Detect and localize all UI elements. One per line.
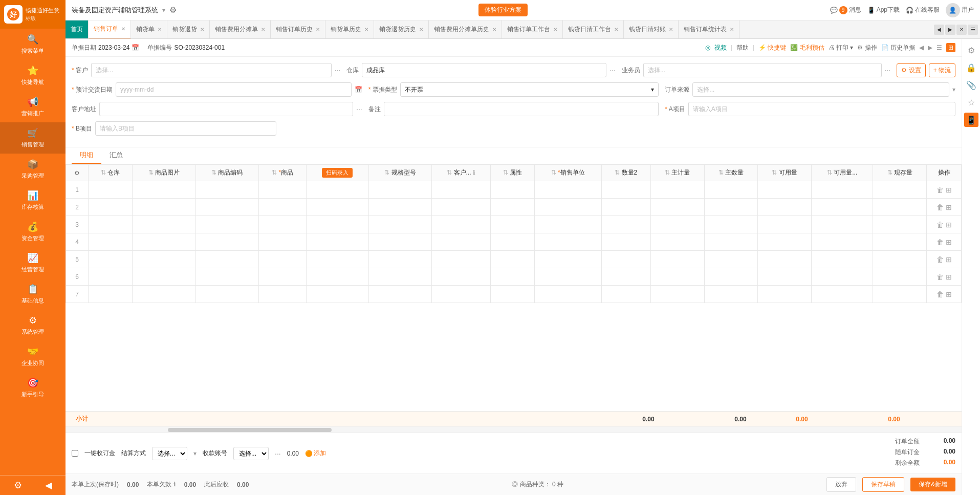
tab-refund-history[interactable]: 销货退货历史 ✕ <box>374 20 429 39</box>
account-dots[interactable]: ··· <box>275 449 281 458</box>
row-customer-code-3[interactable] <box>432 216 491 233</box>
warehouse-dots[interactable]: ··· <box>609 66 616 74</box>
save-draft-btn[interactable]: 保存草稿 <box>862 477 904 492</box>
row-unit-3[interactable] <box>534 216 601 233</box>
sidebar-logo[interactable]: 好 畅捷通好生意 标版 <box>0 0 66 29</box>
row-product-6[interactable] <box>259 268 307 286</box>
row-code-5[interactable] <box>195 251 259 268</box>
a-project-input[interactable] <box>688 102 955 116</box>
tab-sales-stats[interactable]: 销售订单统计表 ✕ <box>679 20 739 39</box>
row-copy-6[interactable]: ⊞ <box>946 273 952 281</box>
b-project-input[interactable] <box>95 121 276 136</box>
settings-icon[interactable]: ⚙ <box>74 169 80 177</box>
settings-icon[interactable]: ⚙ <box>169 5 177 15</box>
row-copy-7[interactable]: ⊞ <box>946 290 952 298</box>
address-input[interactable] <box>99 102 353 116</box>
row-product-1[interactable] <box>259 181 307 199</box>
row-qty2-5[interactable] <box>601 251 650 268</box>
calendar-icon[interactable]: 📅 <box>132 44 139 51</box>
profit-label[interactable]: 💹 毛利预估 <box>790 44 824 52</box>
right-lock-icon[interactable]: 🔒 <box>964 60 978 75</box>
row-product-5[interactable] <box>259 251 307 268</box>
grid-view-icon[interactable]: ⊞ <box>946 43 955 52</box>
right-qr-icon[interactable]: 📱 <box>964 113 978 127</box>
row-copy-1[interactable]: ⊞ <box>946 186 952 194</box>
tab-cash-reconcile[interactable]: 钱货日清对账 ✕ <box>624 20 679 39</box>
tab-next-btn[interactable]: ▶ <box>945 25 955 35</box>
row-delete-1[interactable]: 🗑 <box>937 186 944 194</box>
remark-input[interactable] <box>384 102 659 116</box>
row-copy-5[interactable]: ⊞ <box>946 255 952 264</box>
row-customer-code-5[interactable] <box>432 251 491 268</box>
row-qty2-2[interactable] <box>601 199 650 216</box>
tab-close-sales-fee[interactable]: ✕ <box>261 27 265 32</box>
delivery-calendar-icon[interactable]: 📅 <box>355 86 362 93</box>
user-item[interactable]: 👤 用户 <box>946 3 974 17</box>
row-main-qty-2[interactable] <box>704 199 758 216</box>
row-delete-3[interactable]: 🗑 <box>937 221 944 229</box>
scan-btn[interactable]: 扫码录入 <box>322 168 353 178</box>
sidebar-item-guide[interactable]: 🎯 新手引导 <box>0 372 66 403</box>
sidebar-item-enterprise[interactable]: 🤝 企业协同 <box>0 341 66 372</box>
help-label[interactable]: 帮助 <box>736 44 749 52</box>
row-copy-2[interactable]: ⊞ <box>946 203 952 211</box>
view-icon[interactable]: ◎ <box>705 44 710 51</box>
app-download-item[interactable]: 📱 App下载 <box>867 6 900 14</box>
tab-close-cash-reconcile[interactable]: ✕ <box>669 27 673 32</box>
tab-close-workbench[interactable]: ✕ <box>553 27 557 32</box>
delivery-input[interactable] <box>116 82 352 97</box>
row-delete-2[interactable]: 🗑 <box>937 203 944 211</box>
row-spec-3[interactable] <box>368 216 432 233</box>
th-settings[interactable]: ⚙ <box>66 165 89 181</box>
row-qty2-7[interactable] <box>601 286 650 303</box>
sidebar-item-basic[interactable]: 📋 基础信息 <box>0 278 66 310</box>
row-main-qty-6[interactable] <box>704 268 758 286</box>
add-goods-btn[interactable]: + 物流 <box>929 63 955 77</box>
address-dots[interactable]: ··· <box>356 105 362 113</box>
tab-close-all-btn[interactable]: ✕ <box>956 25 967 35</box>
tab-close-return-history[interactable]: ✕ <box>364 27 368 32</box>
customer-dots[interactable]: ··· <box>335 66 341 74</box>
list-view-icon[interactable]: ☰ <box>937 44 942 51</box>
row-unit-1[interactable] <box>534 181 601 199</box>
row-qty2-6[interactable] <box>601 268 650 286</box>
row-warehouse-4[interactable] <box>89 233 133 251</box>
save-new-btn[interactable]: 保存&新增 <box>910 478 955 491</box>
history-label[interactable]: 📄 历史单据 <box>881 44 915 52</box>
row-warehouse-6[interactable] <box>89 268 133 286</box>
sidebar-item-finance[interactable]: 💰 资金管理 <box>0 216 66 247</box>
settlement-select[interactable]: 选择... <box>152 447 187 460</box>
row-attribute-6[interactable] <box>490 268 534 286</box>
row-unit-7[interactable] <box>534 286 601 303</box>
account-select[interactable]: 选择... <box>233 447 269 460</box>
nav-prev-icon[interactable]: ◀ <box>919 44 924 51</box>
tab-close-fee-history[interactable]: ✕ <box>492 27 496 32</box>
order-source-input[interactable] <box>692 82 949 97</box>
tab-return-history[interactable]: 销货单历史 ✕ <box>325 20 374 39</box>
row-attribute-7[interactable] <box>490 286 534 303</box>
row-qty2-1[interactable] <box>601 181 650 199</box>
sidebar-item-inventory[interactable]: 📊 库存核算 <box>0 185 66 216</box>
right-attachment-icon[interactable]: 📎 <box>964 78 978 92</box>
horizontal-scrollbar[interactable] <box>66 426 962 433</box>
tab-close-daily-clear[interactable]: ✕ <box>614 27 618 32</box>
salesperson-dots[interactable]: ··· <box>885 66 891 74</box>
row-warehouse-3[interactable] <box>89 216 133 233</box>
row-code-3[interactable] <box>195 216 259 233</box>
view-label[interactable]: 视频 <box>714 44 727 52</box>
right-star-icon[interactable]: ☆ <box>964 95 978 110</box>
row-copy-4[interactable]: ⊞ <box>946 238 952 246</box>
row-customer-code-6[interactable] <box>432 268 491 286</box>
row-delete-4[interactable]: 🗑 <box>937 238 944 246</box>
sidebar-item-operations[interactable]: 📈 经营管理 <box>0 247 66 278</box>
dropdown-icon[interactable]: ▾ <box>162 7 165 14</box>
row-unit-6[interactable] <box>534 268 601 286</box>
sidebar-item-marketing[interactable]: 📢 营销推广 <box>0 91 66 122</box>
row-spec-1[interactable] <box>368 181 432 199</box>
tab-daily-clear[interactable]: 钱货日清工作台 ✕ <box>563 20 624 39</box>
table-tab-summary[interactable]: 汇总 <box>101 147 131 164</box>
row-attribute-2[interactable] <box>490 199 534 216</box>
sidebar-item-system[interactable]: ⚙ 系统管理 <box>0 310 66 341</box>
industry-btn[interactable]: 体验行业方案 <box>478 4 528 16</box>
row-unit-5[interactable] <box>534 251 601 268</box>
